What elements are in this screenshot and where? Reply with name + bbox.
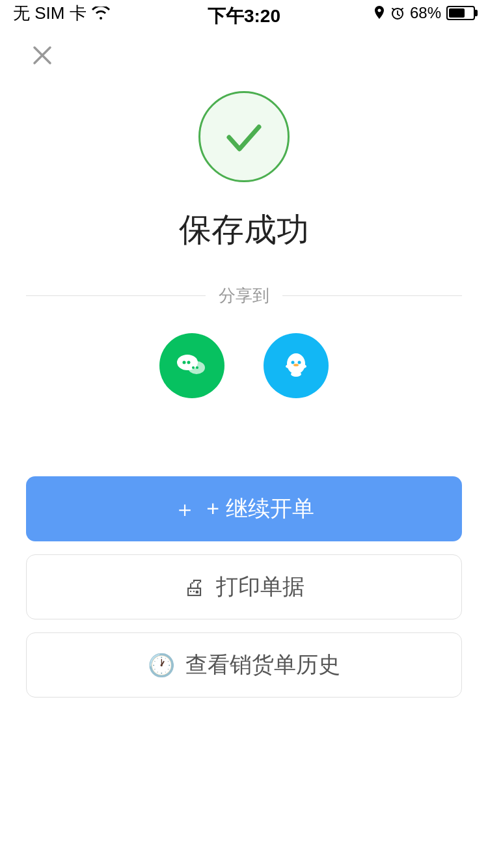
svg-point-11 xyxy=(286,364,292,368)
svg-rect-14 xyxy=(292,372,300,375)
print-icon: 🖨 xyxy=(183,576,206,598)
history-button[interactable]: 🕐 查看销货单历史 xyxy=(26,632,462,698)
alarm-icon xyxy=(390,6,405,20)
battery-icon xyxy=(446,6,475,20)
close-button[interactable] xyxy=(26,39,59,72)
qq-icon xyxy=(277,347,315,385)
check-icon xyxy=(221,114,267,159)
qq-share-button[interactable] xyxy=(264,333,329,398)
svg-point-3 xyxy=(187,361,191,364)
success-section: 保存成功 分享到 xyxy=(26,26,462,476)
no-sim-text: 无 SIM 卡 xyxy=(13,2,87,25)
divider-line-right xyxy=(282,295,462,296)
svg-point-9 xyxy=(298,361,301,364)
wechat-share-button[interactable] xyxy=(159,333,224,398)
continue-button[interactable]: ＋ + 继续开单 xyxy=(26,476,462,541)
svg-point-6 xyxy=(196,366,198,369)
action-buttons: ＋ + 继续开单 🖨 打印单据 🕐 查看销货单历史 xyxy=(26,476,462,698)
svg-point-8 xyxy=(291,361,295,364)
battery-fill xyxy=(449,8,465,18)
history-label: 查看销货单历史 xyxy=(185,650,340,680)
main-content: 保存成功 分享到 xyxy=(0,26,488,868)
status-right: 68% xyxy=(373,4,475,22)
print-label: 打印单据 xyxy=(216,572,305,602)
continue-label: + 继续开单 xyxy=(206,494,314,524)
share-divider: 分享到 xyxy=(26,284,462,307)
svg-point-5 xyxy=(192,366,195,369)
plus-icon: ＋ xyxy=(174,498,196,520)
location-icon xyxy=(373,6,385,20)
share-label: 分享到 xyxy=(219,284,269,307)
svg-point-2 xyxy=(183,361,186,364)
print-button[interactable]: 🖨 打印单据 xyxy=(26,554,462,619)
status-bar: 无 SIM 卡 下午3:20 68% xyxy=(0,0,488,26)
share-icons xyxy=(159,333,329,398)
wechat-icon xyxy=(173,347,211,385)
status-left: 无 SIM 卡 xyxy=(13,2,110,25)
wifi-icon xyxy=(92,7,110,20)
check-circle xyxy=(198,91,290,182)
svg-point-12 xyxy=(300,364,306,368)
close-icon xyxy=(32,45,53,66)
battery-percentage: 68% xyxy=(410,4,441,22)
success-title: 保存成功 xyxy=(179,208,309,252)
history-icon: 🕐 xyxy=(148,654,175,676)
divider-line-left xyxy=(26,295,206,296)
svg-point-10 xyxy=(293,364,299,366)
status-time: 下午3:20 xyxy=(208,4,280,29)
